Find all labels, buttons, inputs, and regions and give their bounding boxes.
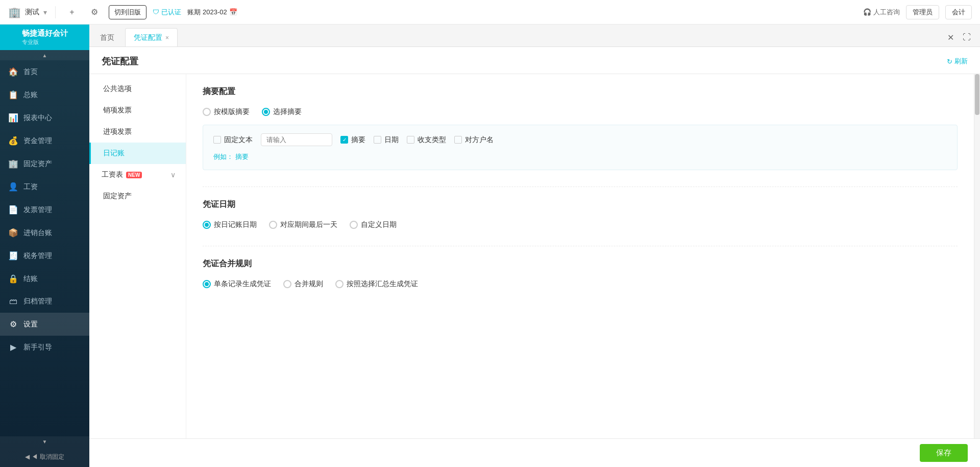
sidebar-item-ledger[interactable]: 📋 总账 [0, 83, 89, 106]
sidebar-item-invoice[interactable]: 📄 发票管理 [0, 198, 89, 221]
sidebar-scroll-down[interactable]: ▼ [0, 436, 89, 447]
sidebar-item-close[interactable]: 🔒 结账 [0, 267, 89, 290]
checkbox-fixed-text[interactable]: 固定文本 [213, 135, 253, 145]
tab-voucher-config[interactable]: 凭证配置 × [125, 28, 178, 46]
sidebar-item-label: 报表中心 [23, 113, 52, 123]
divider-2 [203, 246, 958, 246]
left-nav-sales-invoice[interactable]: 销项发票 [89, 100, 186, 121]
left-nav-fixed-assets[interactable]: 固定资产 [89, 185, 186, 207]
sidebar-nav: 🏠 首页 📋 总账 📊 报表中心 💰 资金管理 🏢 固定资产 👤 工资 [0, 60, 89, 436]
sidebar-item-tax[interactable]: 🧾 税务管理 [0, 244, 89, 267]
calendar-icon[interactable]: 📅 [229, 8, 237, 16]
sidebar-item-home[interactable]: 🏠 首页 [0, 60, 89, 83]
left-nav-payroll-table[interactable]: 工资表 NEW ∨ [89, 164, 186, 185]
settings-icon-button[interactable]: ⚙ [86, 4, 103, 20]
radio-circle-by-select [335, 280, 344, 288]
checkbox-date[interactable]: 日期 [374, 135, 399, 145]
sidebar-item-reports[interactable]: 📊 报表中心 [0, 106, 89, 129]
radio-template-summary[interactable]: 按模版摘要 [203, 107, 250, 116]
sidebar-item-label: 工资 [23, 182, 38, 192]
admin-button[interactable]: 管理员 [906, 5, 939, 19]
sidebar-item-guide[interactable]: ▶ 新手引导 [0, 336, 89, 359]
sidebar-item-fund[interactable]: 💰 资金管理 [0, 129, 89, 152]
radio-by-journal-date[interactable]: 按日记账日期 [203, 220, 257, 229]
radio-merge-rule[interactable]: 合并规则 [283, 279, 323, 289]
radio-circle-template [203, 108, 211, 116]
sidebar-item-label: 首页 [23, 67, 38, 77]
summary-options-box: 固定文本 ✓ 摘要 日期 [203, 125, 958, 170]
scroll-thumb[interactable] [975, 74, 979, 115]
sidebar-item-assets[interactable]: 🏢 固定资产 [0, 152, 89, 175]
cancel-fixed-button[interactable]: ◀ ◀ 取消固定 [0, 447, 89, 467]
radio-circle-last-day [269, 221, 277, 229]
assets-icon: 🏢 [8, 159, 18, 169]
ledger-icon: 📋 [8, 90, 18, 100]
voucher-merge-radio-group: 单条记录生成凭证 合并规则 按照选择汇总生成凭证 [203, 279, 958, 289]
company-selector[interactable]: 🏢 测试 ▾ [8, 6, 47, 18]
checkbox-counterpart[interactable]: 对方户名 [454, 135, 494, 145]
sidebar-item-label: 归档管理 [23, 297, 52, 306]
logo-text: 畅捷通好会计 [22, 29, 68, 38]
save-bar: 保存 [89, 438, 980, 467]
radio-by-select-summary[interactable]: 按照选择汇总生成凭证 [335, 279, 418, 289]
fixed-text-input[interactable] [261, 133, 332, 146]
cancel-fixed-icon: ◀ [25, 453, 30, 460]
page-header: 凭证配置 ↻ 刷新 [89, 47, 980, 74]
refresh-icon: ↻ [947, 58, 952, 65]
scroll-track [974, 74, 980, 438]
shield-icon: 🛡 [153, 8, 159, 16]
main-panel: 摘要配置 按模版摘要 选择摘要 [186, 74, 974, 438]
checkbox-income-type[interactable]: 收支类型 [407, 135, 446, 145]
checkbox-box-date [374, 136, 381, 144]
logo-sub: 专业版 [22, 38, 68, 46]
sidebar: 畅捷通好会计 专业版 ▲ 🏠 首页 📋 总账 📊 报表中心 💰 资金管理 [0, 25, 89, 467]
add-button[interactable]: + [64, 4, 80, 20]
example-text: 例如： 摘要 [213, 152, 947, 161]
radio-circle-journal [203, 221, 211, 229]
service-button[interactable]: 🎧 人工咨询 [863, 8, 900, 17]
old-version-button[interactable]: 切到旧版 [109, 5, 146, 19]
sidebar-scroll-up[interactable]: ▲ [0, 50, 89, 60]
left-nav-public[interactable]: 公共选项 [89, 78, 186, 100]
accountant-button[interactable]: 会计 [945, 5, 972, 19]
chevron-down-icon[interactable]: ▾ [43, 8, 47, 16]
sidebar-item-label: 新手引导 [23, 343, 52, 352]
sidebar-item-sales[interactable]: 📦 进销台账 [0, 221, 89, 244]
sidebar-item-label: 固定资产 [23, 159, 52, 169]
sidebar-item-label: 资金管理 [23, 136, 52, 146]
sidebar-item-label: 税务管理 [23, 251, 52, 261]
tab-expand-button[interactable]: ⛶ [960, 30, 974, 44]
settings-icon: ⚙ [8, 319, 18, 329]
radio-custom-date[interactable]: 自定义日期 [350, 220, 397, 229]
left-nav-journal[interactable]: 日记账 [89, 143, 186, 164]
summary-config-title: 摘要配置 [203, 86, 958, 97]
tab-close-icon[interactable]: × [165, 34, 169, 41]
checkbox-summary[interactable]: ✓ 摘要 [340, 135, 365, 145]
headset-icon: 🎧 [863, 8, 871, 16]
sidebar-item-settings[interactable]: ⚙ 设置 [0, 313, 89, 336]
tab-home[interactable]: 首页 [91, 28, 123, 46]
radio-last-day[interactable]: 对应期间最后一天 [269, 220, 337, 229]
period-display: 账期 2023-02 📅 [187, 8, 237, 17]
main-layout: 畅捷通好会计 专业版 ▲ 🏠 首页 📋 总账 📊 报表中心 💰 资金管理 [0, 25, 980, 467]
left-nav-purchase-invoice[interactable]: 进项发票 [89, 121, 186, 143]
voucher-date-section: 凭证日期 按日记账日期 对应期间最后一天 [203, 199, 958, 229]
tax-icon: 🧾 [8, 251, 18, 261]
body-layout: 公共选项 销项发票 进项发票 日记账 工资表 NEW [89, 74, 974, 438]
checkbox-box-counterpart [454, 136, 462, 144]
chevron-right-icon: ∨ [170, 171, 176, 179]
checkbox-box-fixed [213, 136, 221, 144]
tab-bar: 首页 凭证配置 × ✕ ⛶ [89, 25, 980, 47]
radio-single-record[interactable]: 单条记录生成凭证 [203, 279, 271, 289]
sidebar-item-archive[interactable]: 🗃 归档管理 [0, 290, 89, 313]
fund-icon: 💰 [8, 136, 18, 146]
right-scrollbar[interactable] [974, 74, 980, 438]
radio-circle-merge [283, 280, 291, 288]
refresh-button[interactable]: ↻ 刷新 [947, 57, 968, 66]
sidebar-item-payroll[interactable]: 👤 工资 [0, 175, 89, 198]
save-button[interactable]: 保存 [920, 444, 968, 462]
tab-close-button[interactable]: ✕ [943, 30, 958, 44]
content-area: 首页 凭证配置 × ✕ ⛶ 凭证配置 ↻ 刷新 [89, 25, 980, 467]
summary-config-section: 摘要配置 按模版摘要 选择摘要 [203, 86, 958, 170]
radio-select-summary[interactable]: 选择摘要 [262, 107, 302, 116]
